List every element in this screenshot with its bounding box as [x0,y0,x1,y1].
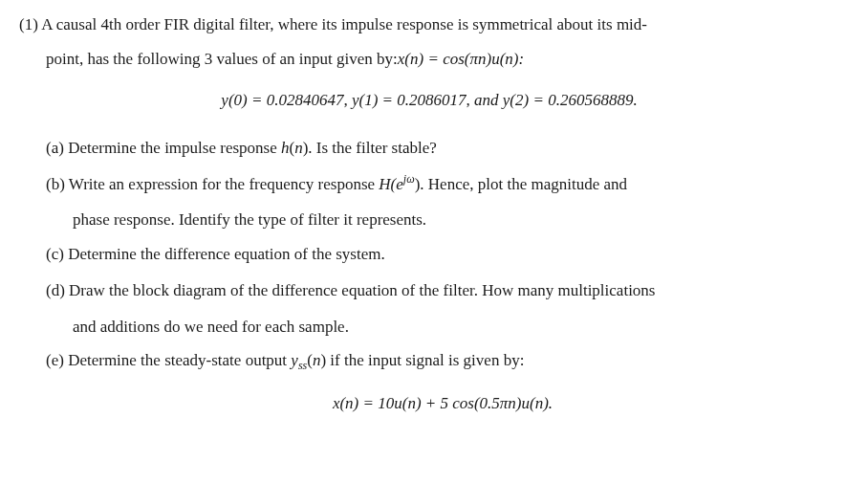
problem-number: (1) [19,15,38,33]
part-b: (b) Write an expression for the frequenc… [46,167,839,202]
part-c-text: Determine the difference equation of the… [68,245,385,263]
subparts-container: (a) Determine the impulse response h(n).… [19,131,839,420]
part-e-eq-text: x(n) = 10u(n) + 5 cos(0.5πn)u(n). [333,394,553,412]
part-b-text1: Write an expression for the frequency re… [69,175,380,193]
yss-sub: ss [298,360,307,373]
part-c: (c) Determine the difference equation of… [46,237,839,272]
part-d-text2: and additions do we need for each sample… [73,318,349,336]
part-b-line2: phase response. Identify the type of fil… [46,203,839,237]
yss-y: y [291,351,298,369]
part-c-label: (c) [46,245,64,263]
part-e-text1: Determine the steady-state output [68,351,291,369]
part-b-text2: Hence, plot the magnitude and [424,175,627,193]
part-e: (e) Determine the steady-state output ys… [46,343,839,379]
intro-text-2: point, has the following 3 values of an … [46,50,398,68]
part-a: (a) Determine the impulse response h(n).… [46,131,839,165]
part-d: (d) Draw the block diagram of the differ… [46,274,839,308]
part-e-text2: if the input signal is given by: [326,351,524,369]
part-e-label: (e) [46,351,64,369]
part-d-text1: Draw the block diagram of the difference… [69,281,655,299]
yss-arg: (n) [307,351,326,369]
problem-statement: (1) A causal 4th order FIR digital filte… [19,8,839,42]
freq-response-exp: jω [403,172,415,186]
part-a-label: (a) [46,139,64,157]
part-e-equation: x(n) = 10u(n) + 5 cos(0.5πn)u(n). [46,386,839,421]
part-d-label: (d) [46,281,65,299]
intro-continuation: point, has the following 3 values of an … [19,42,839,77]
intro-text-1: A causal 4th order FIR digital filter, w… [41,15,647,33]
y-values-equation: y(0) = 0.02840647, y(1) = 0.2086017, and… [19,83,839,118]
part-b-text3: phase response. Identify the type of fil… [73,210,426,229]
y-values-text: y(0) = 0.02840647, y(1) = 0.2086017, and… [221,91,637,109]
freq-response-close: ). [415,175,424,193]
part-b-label: (b) [46,175,65,193]
part-d-line2: and additions do we need for each sample… [46,310,839,344]
freq-response-H: H(e [379,175,402,193]
input-equation: x(n) = cos(πn)u(n): [398,50,524,68]
